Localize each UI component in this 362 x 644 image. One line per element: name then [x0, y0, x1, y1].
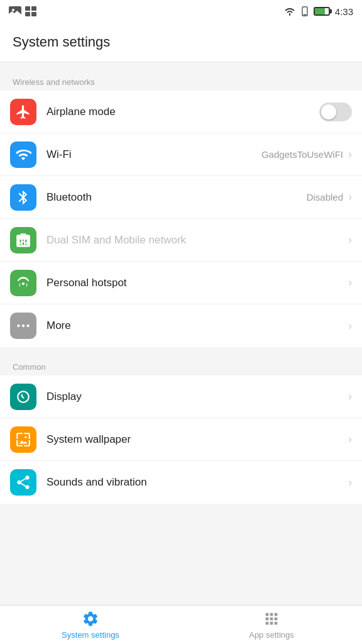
status-right-icons: 4:33 [283, 6, 353, 17]
bluetooth-value: Disabled [307, 192, 343, 203]
hotspot-label: Personal hotspot [47, 277, 347, 289]
hotspot-chevron: › [348, 276, 352, 289]
apps-nav-icon [263, 610, 280, 628]
page-title: System settings [13, 34, 349, 50]
wireless-list: Airplane mode Wi-Fi GadgetsToUseWiFI › [0, 91, 362, 347]
sounds-chevron: › [348, 476, 352, 489]
gear-nav-icon [82, 610, 99, 628]
display-icon-bg [10, 384, 36, 410]
wifi-icon [15, 147, 31, 163]
wifi-value: GadgetsToUseWiFI [261, 149, 343, 160]
section-header-common: Common [0, 353, 362, 375]
airplane-mode-label: Airplane mode [47, 106, 319, 118]
more-icon-bg [10, 313, 36, 339]
svg-rect-3 [31, 6, 36, 11]
more-label: More [47, 319, 347, 332]
wallpaper-icon [15, 431, 31, 448]
toggle-knob [321, 104, 336, 119]
setting-item-wifi[interactable]: Wi-Fi GadgetsToUseWiFI › [0, 133, 362, 176]
status-bar: 4:33 [0, 0, 362, 23]
wifi-label: Wi-Fi [47, 148, 261, 161]
svg-rect-4 [25, 12, 30, 16]
section-common: Common Display › System wall [0, 353, 362, 504]
setting-item-hotspot[interactable]: Personal hotspot › [0, 262, 362, 304]
bluetooth-icon [15, 189, 31, 206]
status-left-icons [9, 6, 36, 16]
dual-sim-chevron: › [348, 233, 352, 247]
setting-item-more[interactable]: More › [0, 304, 362, 347]
airplane-icon-bg [10, 99, 36, 125]
hotspot-icon [15, 275, 31, 291]
wallpaper-chevron: › [348, 433, 352, 446]
system-settings-nav-label: System settings [62, 630, 119, 640]
bluetooth-chevron: › [348, 191, 352, 204]
sound-icon-bg [10, 469, 36, 496]
page-title-bar: System settings [0, 23, 362, 62]
setting-item-wallpaper[interactable]: System wallpaper › [0, 418, 362, 461]
airplane-icon [15, 104, 31, 120]
svg-point-10 [26, 325, 29, 327]
wifi-icon-bg [10, 142, 36, 168]
sound-icon [15, 474, 31, 491]
svg-point-1 [12, 9, 14, 11]
setting-item-display[interactable]: Display › [0, 375, 362, 418]
svg-rect-2 [25, 6, 30, 11]
dual-sim-label: Dual SIM and Mobile network [47, 234, 347, 247]
svg-point-9 [22, 325, 25, 327]
setting-item-sounds[interactable]: Sounds and vibration › [0, 461, 362, 504]
battery-icon [314, 7, 330, 16]
common-list: Display › System wallpaper › [0, 375, 362, 504]
bluetooth-label: Bluetooth [47, 191, 307, 204]
setting-item-bluetooth[interactable]: Bluetooth Disabled › [0, 176, 362, 219]
airplane-mode-toggle[interactable] [319, 103, 352, 121]
setting-item-dual-sim[interactable]: Dual SIM and Mobile network › [0, 219, 362, 262]
sim-icon-bg [10, 227, 36, 253]
display-label: Display [47, 391, 347, 403]
sim-icon [15, 232, 31, 248]
more-dots-icon [15, 318, 31, 334]
nav-app-settings[interactable]: App settings [181, 606, 362, 644]
display-icon [15, 389, 31, 405]
more-chevron: › [348, 319, 352, 333]
bottom-spacer [0, 504, 362, 543]
setting-item-airplane-mode[interactable]: Airplane mode [0, 91, 362, 133]
wifi-chevron: › [348, 148, 352, 161]
sounds-label: Sounds and vibration [47, 476, 347, 489]
wifi-status-icon [283, 6, 296, 16]
nav-system-settings[interactable]: System settings [0, 606, 181, 644]
section-header-wireless: Wireless and networks [0, 69, 362, 91]
settings-content: Wireless and networks Airplane mode [0, 62, 362, 644]
hotspot-icon-bg [10, 270, 36, 296]
widget-icon [25, 6, 36, 16]
photo-icon [9, 6, 21, 16]
section-wireless: Wireless and networks Airplane mode [0, 69, 362, 347]
clock: 4:33 [335, 6, 353, 17]
wallpaper-icon-bg [10, 426, 36, 453]
display-chevron: › [348, 390, 352, 403]
app-settings-nav-label: App settings [249, 630, 294, 640]
svg-rect-5 [31, 12, 36, 16]
wallpaper-label: System wallpaper [47, 433, 347, 446]
phone-icon [301, 6, 309, 16]
svg-point-8 [17, 325, 19, 327]
bottom-nav: System settings App settings [0, 605, 362, 644]
svg-rect-7 [303, 14, 306, 15]
bluetooth-icon-bg [10, 184, 36, 211]
